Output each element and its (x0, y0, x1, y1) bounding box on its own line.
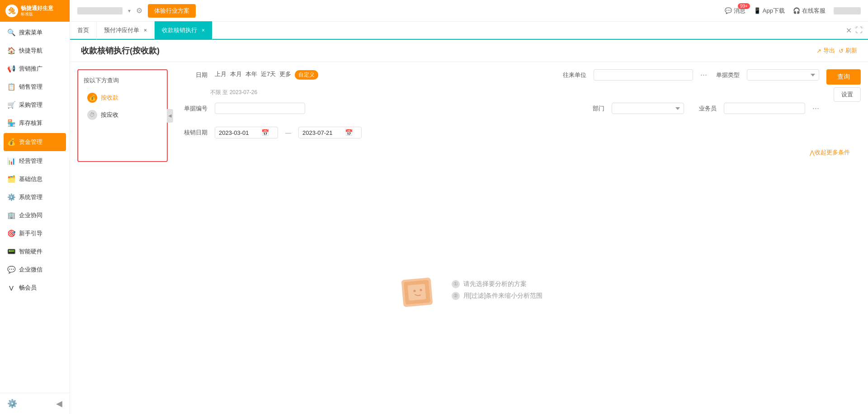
sidebar-item-purchase[interactable]: 🛒 采购管理 (0, 96, 70, 114)
verify-date-end-field[interactable]: 📅 (298, 127, 362, 138)
topbar: ▾ ⚙ 体验行业方案 💬 消息 99+ 📱 App下载 🎧 在线客服 (70, 0, 868, 22)
verify-date-start-calendar-icon[interactable]: 📅 (261, 129, 269, 136)
verify-date-start-field[interactable]: 📅 (215, 127, 278, 138)
member-icon: V (7, 284, 15, 292)
export-icon: ↗ (816, 48, 821, 54)
filter-area: 按以下方查询 💰 按收款 ⏱ 按应收 ◀ (70, 62, 868, 166)
sidebar-header: 兔 畅捷通好生意 标准版 (0, 0, 70, 22)
tab-prepay[interactable]: 预付冲应付单 × (97, 21, 155, 39)
guide-icon: 🎯 (7, 229, 15, 238)
salesperson-label: 业务员 (691, 105, 717, 113)
sidebar-item-guide-label: 新手引导 (19, 229, 42, 238)
sidebar-item-guide[interactable]: 🎯 新手引导 (0, 224, 70, 243)
collapse-more-button[interactable]: ⋀ 收起更多条件 (182, 145, 861, 162)
page-header-actions: ↗ 导出 ↺ 刷新 (816, 47, 857, 55)
settings-footer-icon[interactable]: ⚙️ (7, 399, 17, 409)
tip-text-2: 用[过滤]条件来缩小分析范围 (463, 292, 543, 300)
sidebar-item-basic-info-label: 基础信息 (19, 175, 42, 183)
sidebar-item-hardware[interactable]: 📟 智能硬件 (0, 243, 70, 261)
verify-date-start-input[interactable] (219, 129, 259, 136)
sidebar-item-search[interactable]: 🔍 搜索菜单 (0, 24, 70, 42)
wechat-icon: 💬 (7, 266, 15, 274)
shortcut-this-month[interactable]: 本月 (230, 70, 242, 80)
sidebar: 兔 畅捷通好生意 标准版 🔍 搜索菜单 🏠 快捷导航 📢 营销推广 📋 销售管理… (0, 0, 70, 414)
sidebar-item-member[interactable]: V 畅会员 (0, 279, 70, 297)
settings-button[interactable]: 设置 (834, 87, 861, 102)
sidebar-item-search-label: 搜索菜单 (19, 29, 42, 37)
sidebar-item-operations-label: 经营管理 (19, 157, 42, 165)
shortcut-last-month[interactable]: 上月 (215, 70, 226, 80)
sidebar-item-quicknav-label: 快捷导航 (19, 47, 42, 55)
sidebar-item-wechat[interactable]: 💬 企业微信 (0, 261, 70, 279)
tab-collection[interactable]: 收款核销执行 × (155, 21, 212, 39)
counterparty-input[interactable] (594, 69, 693, 81)
sidebar-item-inventory[interactable]: 🏪 库存核算 (0, 114, 70, 132)
shortcut-7days[interactable]: 近7天 (261, 70, 276, 80)
receivable-option-label: 按应收 (101, 111, 118, 119)
sidebar-item-system[interactable]: ⚙️ 系统管理 (0, 188, 70, 206)
sidebar-item-quicknav[interactable]: 🏠 快捷导航 (0, 42, 70, 60)
doc-no-input[interactable] (215, 103, 305, 114)
online-service-button[interactable]: 🎧 在线客服 (793, 7, 826, 15)
dept-label: 部门 (579, 105, 604, 113)
tab-home[interactable]: 首页 (70, 21, 97, 39)
filter-row-2: 单据编号 部门 业务员 ··· (182, 103, 819, 114)
verify-date-end-input[interactable] (302, 129, 343, 136)
filter-row-1: 日期 上月 本月 本年 近7天 更多 自定义 (182, 69, 819, 81)
verify-date-end-calendar-icon[interactable]: 📅 (345, 129, 353, 136)
svg-rect-2 (407, 284, 426, 300)
tab-collection-close[interactable]: × (202, 27, 205, 33)
date-shortcuts: 上月 本月 本年 近7天 更多 自定义 (215, 70, 318, 80)
filter-option-by-receivable[interactable]: ⏱ 按应收 (78, 106, 167, 124)
system-icon: ⚙️ (7, 193, 15, 201)
sidebar-item-basic-info[interactable]: 🗂️ 基础信息 (0, 170, 70, 188)
app-logo: 兔 (5, 5, 18, 17)
messages-button[interactable]: 💬 消息 99+ (725, 7, 745, 15)
counterparty-ellipsis[interactable]: ··· (700, 70, 707, 80)
sales-icon: 📋 (7, 83, 15, 91)
panel-collapse-button[interactable]: ◀ (167, 109, 173, 123)
shortcut-custom[interactable]: 自定义 (295, 70, 318, 80)
counterparty-label: 往来单位 (561, 71, 586, 79)
filter-option-by-receipt[interactable]: 💰 按收款 (78, 89, 167, 106)
marketing-icon: 📢 (7, 65, 15, 73)
refresh-button[interactable]: ↺ 刷新 (839, 47, 857, 55)
doc-type-select[interactable] (747, 69, 819, 81)
shortcut-this-year[interactable]: 本年 (245, 70, 257, 80)
tip-text-1: 请先选择要分析的方案 (463, 280, 527, 288)
receipt-option-label: 按收款 (101, 94, 118, 102)
content: 收款核销执行(按收款) ↗ 导出 ↺ 刷新 按以下方查询 💰 按收款 (70, 40, 868, 414)
tab-prepay-close[interactable]: × (144, 27, 147, 33)
sidebar-item-system-label: 系统管理 (19, 193, 42, 201)
collapse-sidebar-icon[interactable]: ◀ (56, 399, 62, 409)
doc-type-label: 单据类型 (714, 71, 740, 79)
tab-collection-label: 收款核销执行 (162, 26, 197, 34)
tabbar-actions: ✕ ⛶ (846, 26, 868, 35)
sidebar-item-sales[interactable]: 📋 销售管理 (0, 78, 70, 96)
solution-button[interactable]: 体验行业方案 (148, 4, 196, 18)
app-icon: 📱 (754, 7, 761, 14)
sidebar-nav: 🔍 搜索菜单 🏠 快捷导航 📢 营销推广 📋 销售管理 🛒 采购管理 🏪 库存核… (0, 22, 70, 393)
page-title: 收款核销执行(按收款) (81, 45, 160, 56)
refresh-icon: ↺ (839, 48, 844, 54)
expand-tab-icon[interactable]: ⛶ (855, 26, 863, 34)
sidebar-item-operations[interactable]: 📊 经营管理 (0, 152, 70, 170)
funds-icon: 💰 (7, 138, 15, 146)
sidebar-item-enterprise[interactable]: 🏢 企业协同 (0, 206, 70, 224)
main-area: ▾ ⚙ 体验行业方案 💬 消息 99+ 📱 App下载 🎧 在线客服 首页 (70, 0, 868, 414)
topbar-gear-icon[interactable]: ⚙ (136, 6, 142, 15)
salesperson-ellipsis[interactable]: ··· (812, 104, 819, 113)
export-button[interactable]: ↗ 导出 (816, 47, 835, 55)
operations-icon: 📊 (7, 157, 15, 165)
salesperson-input[interactable] (724, 103, 805, 114)
sidebar-item-funds[interactable]: 💰 资金管理 (4, 133, 66, 151)
query-button[interactable]: 查询 (826, 69, 861, 85)
app-download-button[interactable]: 📱 App下载 (754, 7, 785, 15)
close-tab-icon[interactable]: ✕ (846, 26, 852, 35)
sidebar-item-marketing[interactable]: 📢 营销推广 (0, 60, 70, 78)
shortcut-more[interactable]: 更多 (279, 70, 291, 80)
sidebar-item-wechat-label: 企业微信 (19, 266, 42, 274)
svg-point-4 (420, 289, 422, 291)
dept-select[interactable] (612, 103, 684, 114)
empty-svg (396, 267, 441, 313)
